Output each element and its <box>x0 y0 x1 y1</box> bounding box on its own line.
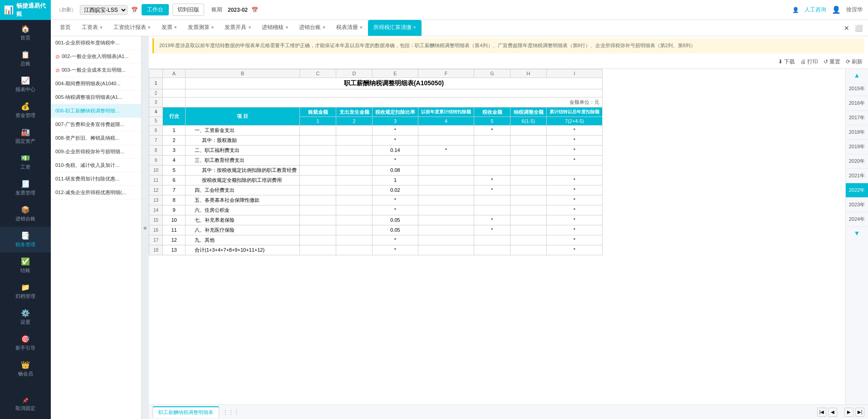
year-scroll-up-button[interactable]: ▲ <box>846 69 868 82</box>
tab-close-icon[interactable]: × <box>174 25 177 30</box>
c7-cell[interactable]: * <box>547 175 603 185</box>
c5-cell[interactable] <box>474 235 510 245</box>
c7-cell[interactable]: * <box>547 245 603 255</box>
scroll-right-end-button[interactable]: ▶| <box>855 408 864 417</box>
c3-cell[interactable]: * <box>373 235 418 245</box>
c1-cell[interactable] <box>300 165 336 175</box>
file-item-003[interactable]: ⊘003-一般企业成本支出明细... <box>51 63 141 77</box>
sidebar-item-invoice-mgmt[interactable]: 🧾发票管理 <box>0 175 51 201</box>
file-item-009[interactable]: 009-企业所得税弥补亏损明细... <box>51 145 141 159</box>
year-item-2018年[interactable]: 2018年 <box>846 125 868 140</box>
c7-cell[interactable]: * <box>547 135 603 145</box>
c1-cell[interactable] <box>300 135 336 145</box>
sidebar-item-vip[interactable]: 👑畅会员 <box>0 356 51 382</box>
tab-发票[interactable]: 发票 × <box>156 20 182 36</box>
c7-cell[interactable]: * <box>547 225 603 235</box>
c7-cell[interactable]: * <box>547 195 603 205</box>
c3-cell[interactable]: 0.05 <box>373 225 418 235</box>
c4-cell[interactable] <box>418 135 474 145</box>
c3-cell[interactable]: * <box>373 155 418 165</box>
support-label[interactable]: 人工咨询 <box>804 6 826 14</box>
c4-cell[interactable] <box>418 215 474 225</box>
c3-cell[interactable]: * <box>373 195 418 205</box>
c7-cell[interactable]: * <box>547 235 603 245</box>
item-cell[interactable]: 二、职工福利费支出 <box>186 145 300 155</box>
sidebar-item-report-center[interactable]: 📈报表中心 <box>0 72 51 97</box>
c2-cell[interactable] <box>336 235 373 245</box>
c5-cell[interactable]: * <box>474 225 510 235</box>
tab-close-icon[interactable]: × <box>413 25 416 30</box>
c2-cell[interactable] <box>336 225 373 235</box>
item-cell[interactable]: 六、住房公积金 <box>186 205 300 215</box>
c6-cell[interactable] <box>510 155 547 165</box>
c6-cell[interactable] <box>510 125 547 135</box>
c7-cell[interactable]: * <box>547 125 603 135</box>
scroll-left-start-button[interactable]: |◀ <box>817 408 826 417</box>
sidebar-item-purchase-sale[interactable]: 📦进销台账 <box>0 201 51 227</box>
c1-cell[interactable] <box>300 195 336 205</box>
file-item-010[interactable]: 010-免税、减计收入及加计... <box>51 159 141 172</box>
tab-close-icon[interactable]: × <box>360 25 363 30</box>
year-item-2017年[interactable]: 2017年 <box>846 111 868 125</box>
item-cell[interactable]: 七、补充养老保险 <box>186 215 300 225</box>
year-item-2016年[interactable]: 2016年 <box>846 96 868 111</box>
c7-cell[interactable]: * <box>547 215 603 225</box>
c6-cell[interactable] <box>510 225 547 235</box>
c2-cell[interactable] <box>336 155 373 165</box>
c5-cell[interactable] <box>474 165 510 175</box>
sidebar-item-newbie-guide[interactable]: 🎯新手引导 <box>0 330 51 356</box>
year-item-2023年[interactable]: 2023年 <box>846 198 868 212</box>
c1-cell[interactable] <box>300 215 336 225</box>
c6-cell[interactable] <box>510 205 547 215</box>
file-item-004[interactable]: 004-期间费用明细表(A1040... <box>51 77 141 91</box>
c5-cell[interactable] <box>474 245 510 255</box>
c1-cell[interactable] <box>300 225 336 235</box>
c5-cell[interactable] <box>474 155 510 165</box>
reset-button[interactable]: ↺ 重置 <box>824 58 840 66</box>
sheet-options-icon[interactable]: ⋮⋮⋮ <box>223 409 239 415</box>
c4-cell[interactable]: * <box>418 145 474 155</box>
file-item-008[interactable]: 008-资产折旧、摊销及纳税... <box>51 132 141 145</box>
sidebar-item-payroll[interactable]: 💵工资 <box>0 149 51 175</box>
tab-工资表[interactable]: 工资表 × <box>76 20 108 36</box>
c1-cell[interactable] <box>300 245 336 255</box>
download-button[interactable]: ⬇ 下载 <box>778 58 795 66</box>
item-cell[interactable]: 四、工会经费支出 <box>186 185 300 195</box>
tab-发票测算[interactable]: 发票测算 × <box>182 20 220 36</box>
file-item-001[interactable]: 001-企业所得税年度纳税申... <box>51 36 141 50</box>
tab-工资统计报表[interactable]: 工资统计报表 × <box>108 20 156 36</box>
c5-cell[interactable]: * <box>474 175 510 185</box>
c6-cell[interactable] <box>510 185 547 195</box>
c4-cell[interactable] <box>418 245 474 255</box>
c4-cell[interactable] <box>418 175 474 185</box>
c6-cell[interactable] <box>510 245 547 255</box>
c2-cell[interactable] <box>336 145 373 155</box>
c1-cell[interactable] <box>300 155 336 165</box>
item-cell[interactable]: 按税收规定全额扣除的职工培训费用 <box>186 175 300 185</box>
c7-cell[interactable]: * <box>547 205 603 215</box>
c3-cell[interactable]: 0.05 <box>373 215 418 225</box>
c2-cell[interactable] <box>336 135 373 145</box>
item-cell[interactable]: 八、补充医疗保险 <box>186 225 300 235</box>
c1-cell[interactable] <box>300 145 336 155</box>
c4-cell[interactable] <box>418 155 474 165</box>
c2-cell[interactable] <box>336 185 373 195</box>
c7-cell[interactable]: * <box>547 155 603 165</box>
print-button[interactable]: 🖨 打印 <box>800 58 818 66</box>
tab-close-icon[interactable]: × <box>285 25 288 30</box>
collapse-panel-button[interactable]: « <box>142 36 149 419</box>
tab-税表清册[interactable]: 税表清册 × <box>331 20 368 36</box>
sidebar-item-cancel-fixed[interactable]: 📌 取消固定 <box>2 394 49 415</box>
c3-cell[interactable]: * <box>373 135 418 145</box>
tab-close-icon[interactable]: × <box>211 25 214 30</box>
sidebar-item-general-ledger[interactable]: 📋总账 <box>0 46 51 72</box>
workbench-button[interactable]: 工作台 <box>142 4 169 15</box>
c2-cell[interactable] <box>336 215 373 225</box>
c2-cell[interactable] <box>336 175 373 185</box>
spreadsheet-content[interactable]: A B C D E F G H I <box>149 69 845 404</box>
item-cell[interactable]: 其中：按税收规定比例扣除的职工教育经费 <box>186 165 300 175</box>
c4-cell[interactable] <box>418 225 474 235</box>
year-item-2021年[interactable]: 2021年 <box>846 169 868 183</box>
tab-发票开具[interactable]: 发票开具 × <box>219 20 256 36</box>
close-tab-button[interactable]: ✕ <box>842 24 851 33</box>
